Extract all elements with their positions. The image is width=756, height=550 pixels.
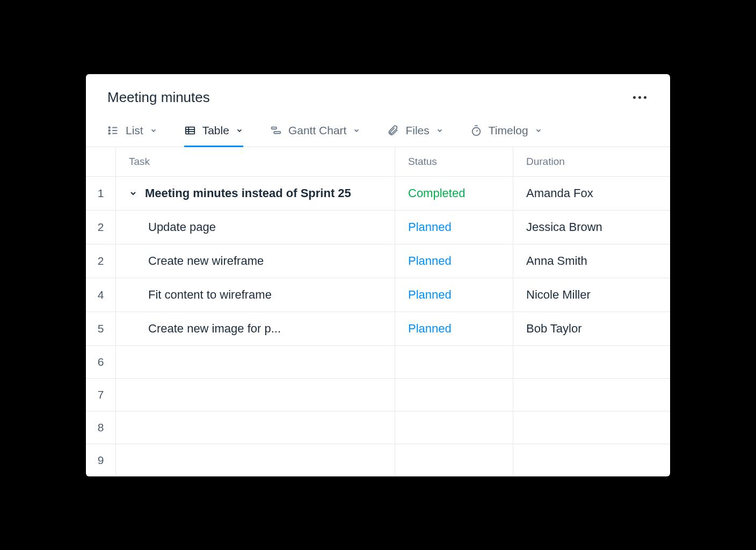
task-cell[interactable]: Meeting minutes instead of Sprint 25 [116, 177, 395, 210]
task-cell[interactable] [116, 411, 395, 444]
view-tabs: List Table [86, 117, 670, 147]
task-name: Create new image for p... [148, 322, 281, 336]
chevron-down-icon [353, 127, 360, 134]
assignee-cell[interactable]: Jessica Brown [513, 211, 670, 244]
row-number: 2 [86, 244, 116, 278]
chevron-down-icon [129, 189, 137, 198]
tab-table[interactable]: Table [184, 117, 243, 147]
svg-point-12 [472, 127, 480, 135]
table-icon [184, 125, 196, 136]
card-header: Meeting minutes [86, 74, 670, 117]
row-number: 8 [86, 411, 116, 444]
table-row[interactable]: 7 [86, 379, 670, 411]
chevron-down-icon [436, 127, 444, 134]
row-number: 2 [86, 211, 116, 244]
status-cell[interactable] [395, 444, 513, 476]
tab-label: List [126, 124, 143, 137]
status-cell[interactable] [395, 411, 513, 444]
chevron-down-icon [150, 127, 157, 134]
task-cell[interactable] [116, 346, 395, 378]
status-cell[interactable]: Planned [395, 244, 513, 278]
table-row[interactable]: 6 [86, 346, 670, 379]
task-table: Task Status Duration 1 Meeting minutes i… [86, 147, 670, 476]
status-cell[interactable] [395, 379, 513, 411]
col-header-duration[interactable]: Duration [513, 147, 670, 176]
dot-icon [633, 96, 636, 99]
table-header-row: Task Status Duration [86, 147, 670, 177]
assignee-cell[interactable]: Bob Taylor [513, 312, 670, 345]
status-cell[interactable]: Completed [395, 177, 513, 210]
gantt-icon [270, 125, 282, 136]
list-icon [107, 125, 119, 136]
assignee-cell[interactable] [513, 411, 670, 444]
assignee-cell[interactable]: Amanda Fox [513, 177, 670, 210]
table-row[interactable]: 9 [86, 444, 670, 476]
task-cell[interactable]: Fit content to wireframe [116, 278, 395, 312]
row-number: 9 [86, 444, 116, 476]
task-cell[interactable]: Create new image for p... [116, 312, 395, 345]
col-header-num [86, 147, 116, 176]
status-cell[interactable]: Planned [395, 211, 513, 244]
svg-rect-11 [274, 131, 280, 133]
status-cell[interactable]: Planned [395, 312, 513, 345]
col-header-status[interactable]: Status [395, 147, 513, 176]
dot-icon [638, 96, 641, 99]
chevron-down-icon [535, 127, 542, 134]
table-row[interactable]: 4 Fit content to wireframe Planned Nicol… [86, 278, 670, 312]
svg-point-1 [108, 129, 110, 131]
row-number: 4 [86, 278, 116, 312]
expand-toggle[interactable]: Meeting minutes instead of Sprint 25 [129, 186, 351, 200]
tab-label: Table [202, 124, 229, 137]
tab-timelog[interactable]: Timelog [470, 117, 542, 147]
table-row[interactable]: 5 Create new image for p... Planned Bob … [86, 312, 670, 346]
assignee-cell[interactable] [513, 346, 670, 378]
page-title: Meeting minutes [107, 89, 210, 106]
status-cell[interactable] [395, 346, 513, 378]
timer-icon [470, 125, 482, 136]
svg-line-13 [476, 130, 478, 132]
tab-label: Gantt Chart [288, 124, 347, 137]
task-cell[interactable]: Create new wireframe [116, 244, 395, 278]
task-name: Fit content to wireframe [148, 288, 272, 302]
chevron-down-icon [236, 127, 243, 134]
tab-label: Timelog [489, 124, 528, 137]
svg-point-0 [108, 127, 110, 128]
task-card: Meeting minutes List [86, 74, 670, 476]
tab-gantt[interactable]: Gantt Chart [270, 117, 361, 147]
table-row[interactable]: 8 [86, 411, 670, 444]
svg-rect-10 [272, 127, 277, 129]
dot-icon [644, 96, 646, 99]
table-row[interactable]: 2 Update page Planned Jessica Brown [86, 211, 670, 244]
row-number: 7 [86, 379, 116, 411]
more-options-button[interactable] [631, 94, 649, 101]
status-cell[interactable]: Planned [395, 278, 513, 312]
task-cell[interactable] [116, 444, 395, 476]
attachment-icon [387, 125, 399, 136]
task-name: Meeting minutes instead of Sprint 25 [145, 186, 351, 200]
tab-list[interactable]: List [107, 117, 157, 147]
task-cell[interactable]: Update page [116, 211, 395, 244]
task-cell[interactable] [116, 379, 395, 411]
task-name: Update page [148, 220, 216, 234]
assignee-cell[interactable] [513, 444, 670, 476]
col-header-task[interactable]: Task [116, 147, 395, 176]
task-name: Create new wireframe [148, 254, 264, 268]
row-number: 1 [86, 177, 116, 210]
tab-files[interactable]: Files [387, 117, 443, 147]
svg-rect-6 [185, 127, 194, 134]
assignee-cell[interactable]: Nicole Miller [513, 278, 670, 312]
row-number: 6 [86, 346, 116, 378]
table-row[interactable]: 1 Meeting minutes instead of Sprint 25 C… [86, 177, 670, 211]
tab-label: Files [405, 124, 429, 137]
assignee-cell[interactable] [513, 379, 670, 411]
svg-point-2 [108, 133, 110, 134]
table-row[interactable]: 2 Create new wireframe Planned Anna Smit… [86, 244, 670, 278]
assignee-cell[interactable]: Anna Smith [513, 244, 670, 278]
row-number: 5 [86, 312, 116, 345]
